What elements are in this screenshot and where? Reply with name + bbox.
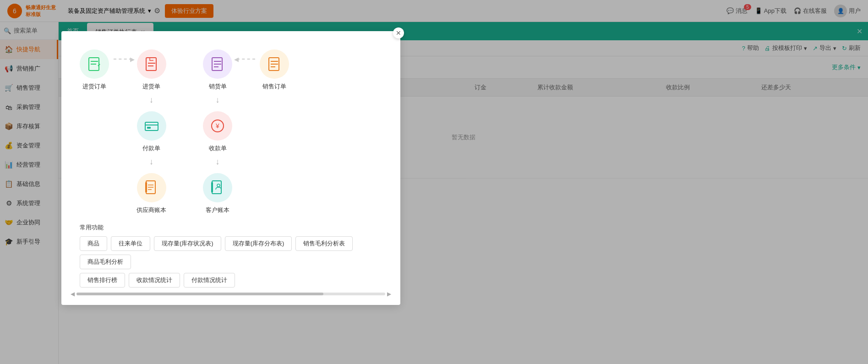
node-purchase-order-label: 进货订单 — [82, 82, 106, 91]
node-purchase-order-circle — [80, 49, 109, 79]
flow-diagram: 进货订单 ▶ 进货单 ↓ 付款单 — [71, 40, 391, 219]
spacer-middle — [171, 45, 198, 88]
node-sale-order-label: 销售订单 — [262, 82, 286, 91]
scroll-right-icon[interactable]: ▶ — [387, 291, 391, 297]
scrollbar-track — [76, 293, 385, 295]
arrow-down-4: ↓ — [216, 155, 220, 168]
svg-rect-8 — [145, 122, 158, 130]
func-btn-stock-status[interactable]: 现存量(库存状况表) — [154, 236, 221, 251]
common-btns-row1: 商品 往来单位 现存量(库存状况表) 现存量(库存分布表) 销售毛利分析表 商品… — [80, 236, 382, 269]
modal-close-btn[interactable]: ✕ — [393, 27, 404, 38]
arrow-down-1: ↓ — [149, 93, 153, 107]
node-sale-order-circle — [260, 49, 289, 79]
arrow-right-1: ▶ — [114, 45, 132, 82]
scroll-left-icon[interactable]: ◀ — [71, 291, 75, 297]
node-sale-bill-circle — [203, 49, 232, 79]
flow-xiaohuo: 销货单 ↓ ¥ 收款单 ↓ 客户账本 — [198, 45, 237, 219]
func-btn-stock-dist[interactable]: 现存量(库存分布表) — [225, 236, 292, 251]
flow-jinhuo: 进货单 ↓ 付款单 ↓ 供应商账本 — [132, 45, 171, 219]
node-customer-ledger: 客户账本 — [198, 168, 237, 219]
func-btn-sales-profit[interactable]: 销售毛利分析表 — [295, 236, 353, 251]
node-supplier-ledger: 供应商账本 — [132, 168, 171, 219]
node-payment: 付款单 — [132, 107, 171, 157]
arrow-left-1: ◀ — [237, 45, 255, 82]
func-btn-contacts[interactable]: 往来单位 — [111, 236, 150, 251]
quick-guide-modal: ✕ 进货订单 ▶ 进货单 ↓ — [61, 31, 400, 305]
modal-scrollbar: ◀ ▶ — [71, 292, 391, 296]
node-purchase-order: 进货订单 — [75, 45, 114, 95]
common-functions: 常用功能 商品 往来单位 现存量(库存状况表) 现存量(库存分布表) 销售毛利分… — [71, 219, 391, 288]
func-btn-payment-stats[interactable]: 付款情况统计 — [184, 273, 235, 288]
node-purchase-bill-circle — [137, 49, 166, 79]
node-supplier-ledger-label: 供应商账本 — [136, 206, 166, 214]
scrollbar-thumb[interactable] — [76, 293, 323, 295]
func-btn-goods-profit[interactable]: 商品毛利分析 — [80, 255, 131, 269]
svg-rect-23 — [211, 182, 213, 192]
func-btn-goods[interactable]: 商品 — [80, 236, 107, 251]
node-customer-ledger-circle — [203, 173, 232, 202]
common-btns-row2: 销售排行榜 收款情况统计 付款情况统计 — [80, 273, 382, 288]
svg-rect-10 — [147, 127, 151, 129]
node-sale-bill: 销货单 — [198, 45, 237, 95]
svg-rect-5 — [146, 58, 156, 71]
node-receipt: ¥ 收款单 — [198, 107, 237, 157]
node-customer-ledger-label: 客户账本 — [206, 206, 229, 214]
svg-point-24 — [217, 184, 220, 187]
node-receipt-label: 收款单 — [209, 144, 227, 152]
node-payment-label: 付款单 — [142, 144, 160, 152]
node-purchase-bill: 进货单 — [132, 45, 171, 95]
node-supplier-ledger-circle — [137, 173, 166, 202]
node-payment-circle — [137, 111, 166, 141]
func-btn-receipt-stats[interactable]: 收款情况统计 — [129, 273, 180, 288]
node-sale-order: 销售订单 — [255, 45, 294, 95]
arrow-down-3: ↓ — [149, 155, 153, 168]
node-sale-bill-label: 销货单 — [209, 82, 227, 91]
node-purchase-bill-label: 进货单 — [142, 82, 160, 91]
common-title: 常用功能 — [80, 223, 382, 232]
svg-text:¥: ¥ — [215, 122, 219, 130]
arrow-down-2: ↓ — [216, 93, 220, 107]
flow-jinhuoorder: 进货订单 — [75, 45, 114, 95]
svg-rect-12 — [145, 182, 147, 192]
node-receipt-circle: ¥ — [203, 111, 232, 141]
flow-xiaoorder: 销售订单 — [255, 45, 294, 95]
func-btn-sales-rank[interactable]: 销售排行榜 — [80, 273, 125, 288]
